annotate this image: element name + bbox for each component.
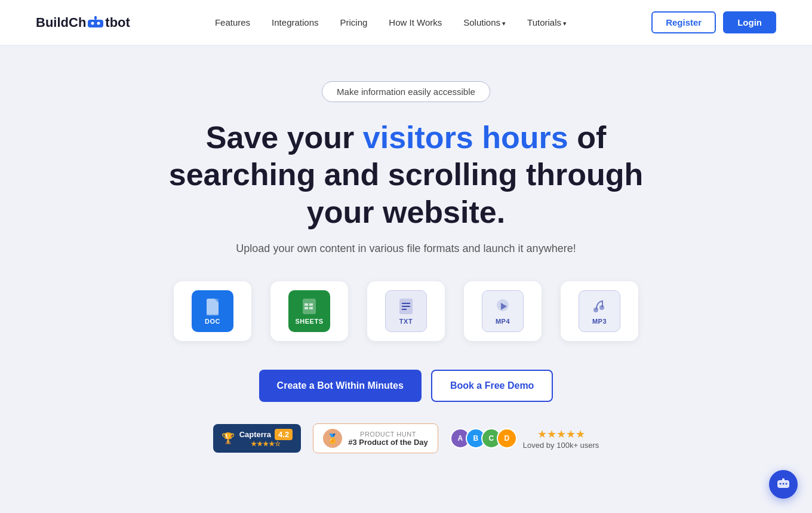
logo-text-after: tbot — [105, 15, 130, 30]
nav-item-solutions[interactable]: Solutions — [463, 17, 506, 28]
avatar-stack: A B C D — [450, 428, 517, 449]
loved-badge: A B C D ★★★★★ Loved by 100k+ users — [450, 428, 599, 450]
nav-item-howitworks[interactable]: How It Works — [389, 17, 442, 28]
mp4-label: MP4 — [496, 318, 510, 325]
sheets-label: SHEETS — [295, 318, 323, 325]
file-icon-doc: DOC — [174, 281, 251, 341]
hero-section: Make information easily accessible Save … — [0, 45, 812, 513]
producthunt-badge: 🏅 PRODUCT HUNT #3 Product of the Day — [313, 423, 438, 453]
svg-rect-6 — [303, 299, 316, 314]
nav-item-integrations[interactable]: Integrations — [272, 17, 318, 28]
svg-point-22 — [786, 483, 788, 485]
create-bot-button[interactable]: Create a Bot Within Minutes — [259, 370, 422, 402]
svg-point-1 — [91, 21, 94, 24]
login-button[interactable]: Login — [723, 11, 776, 33]
svg-rect-0 — [88, 20, 103, 27]
mp3-label: MP3 — [592, 318, 607, 325]
nav-links: Features Integrations Pricing How It Wor… — [215, 17, 567, 28]
svg-rect-9 — [304, 307, 308, 309]
avatar-4: D — [497, 428, 517, 449]
file-icon-mp3: MP3 — [561, 281, 638, 341]
svg-point-17 — [593, 308, 598, 312]
capterra-icon: 🏆 — [222, 432, 235, 445]
capterra-stars: ★★★★☆ — [239, 440, 293, 448]
ph-title: #3 Product of the Day — [348, 438, 428, 447]
nav-actions: Register Login — [651, 11, 776, 33]
register-button[interactable]: Register — [651, 11, 716, 33]
capterra-badge: 🏆 Capterra 4.2 ★★★★☆ — [213, 424, 302, 453]
svg-rect-7 — [304, 303, 308, 306]
logo[interactable]: BuildCh tbot — [36, 15, 130, 30]
loved-stars: ★★★★★ — [523, 428, 599, 441]
nav-item-tutorials[interactable]: Tutorials — [527, 17, 567, 28]
capterra-name: Capterra — [239, 430, 271, 439]
hero-subtitle: Upload your own content in various file … — [24, 242, 788, 255]
social-proof-row: 🏆 Capterra 4.2 ★★★★☆ 🏅 PRODUCT HUNT #3 P… — [24, 423, 788, 453]
logo-bot-icon — [87, 16, 104, 29]
svg-rect-8 — [309, 303, 313, 306]
svg-rect-23 — [782, 478, 785, 481]
nav-item-features[interactable]: Features — [215, 17, 250, 28]
svg-rect-10 — [309, 307, 313, 309]
logo-text-before: BuildCh — [36, 15, 86, 30]
file-icons-row: DOC SHEETS — [24, 281, 788, 341]
txt-label: TXT — [399, 318, 413, 325]
doc-label: DOC — [205, 318, 220, 325]
file-icon-txt: TXT — [367, 281, 445, 341]
navbar: BuildCh tbot Features Integrations Prici… — [0, 0, 812, 45]
cta-row: Create a Bot Within Minutes Book a Free … — [24, 370, 788, 402]
loved-text: Loved by 100k+ users — [523, 441, 599, 450]
hero-title-highlight: visitors hours — [363, 120, 568, 155]
ph-medal-icon: 🏅 — [323, 429, 342, 448]
ph-type-label: PRODUCT HUNT — [348, 431, 428, 438]
capterra-score: 4.2 — [275, 429, 293, 440]
file-icon-sheets: SHEETS — [270, 281, 348, 341]
nav-item-pricing[interactable]: Pricing — [340, 17, 368, 28]
hero-title-part1: Save your — [206, 120, 363, 155]
svg-point-18 — [599, 305, 604, 310]
chat-widget-button[interactable] — [769, 470, 798, 499]
hero-title: Save your visitors hours of searching an… — [149, 119, 663, 231]
svg-point-20 — [780, 483, 782, 485]
svg-point-21 — [783, 483, 785, 485]
book-demo-button[interactable]: Book a Free Demo — [431, 370, 553, 402]
hero-badge: Make information easily accessible — [322, 81, 490, 102]
svg-point-2 — [97, 21, 100, 24]
file-icon-mp4: MP4 — [464, 281, 542, 341]
